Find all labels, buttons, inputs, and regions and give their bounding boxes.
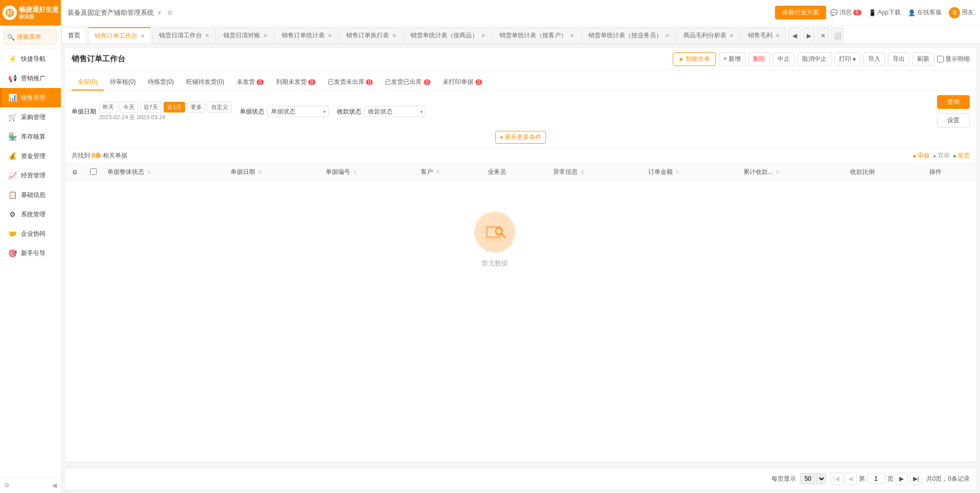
topbar-title: 装备及固定资产辅助管理系统 ▾ ⚙ [67,8,771,17]
online-service-button[interactable]: 👤 在线客服 [908,8,942,17]
sub-tab-wangpu[interactable]: 旺铺待发货(0) [180,75,231,91]
date-btn-1month[interactable]: 近1月 [164,102,185,113]
sort-date-icon[interactable]: ⇅ [258,169,262,175]
sidebar-item-guide[interactable]: 🎯 新手引导 [0,243,61,263]
delete-button[interactable]: 删除 [748,52,770,66]
sort-abnormal-icon[interactable]: ⇅ [580,169,584,175]
industry-plan-button[interactable]: 体验行业方案 [775,6,826,19]
tab-close-sales-order-stat[interactable]: ✕ [328,33,332,38]
sidebar-item-finance[interactable]: 💰 资金管理 [0,146,61,166]
tab-sales-stat-by-product[interactable]: 销货单统计表（按商品） ✕ [404,27,492,43]
search-menu-button[interactable]: 🔍 搜索菜单 [4,30,57,44]
date-btn-custom[interactable]: 自定义 [208,102,232,113]
tab-sales-stat-by-customer[interactable]: 销货单统计表（按客户） ✕ [493,27,581,43]
show-detail-input[interactable] [937,56,944,62]
tab-cash-reconcile[interactable]: 钱货日清对账 ✕ [217,27,274,43]
sub-tab-not-shipped[interactable]: 未发货 0 [231,75,270,91]
refresh-button[interactable]: 刷新 [913,52,934,66]
message-button[interactable]: 💬 消息 6 [830,8,861,17]
review-action-button[interactable]: ● 审核 [913,151,929,160]
tab-sales-order-stat[interactable]: 销售订单统计表 ✕ [275,27,338,43]
query-button[interactable]: 查询 [937,95,970,109]
sidebar-item-quick-nav[interactable]: ⚡ 快捷导航 [0,49,61,69]
page-size-select[interactable]: 50 10 20 100 [800,473,826,484]
tab-close-sales-order-workbench[interactable]: ✕ [141,33,145,39]
tab-close-all[interactable]: ✕ [817,27,829,43]
ship-action-button[interactable]: ● 发货 [953,151,970,160]
sidebar-item-enterprise[interactable]: 🤝 企业协同 [0,224,61,243]
sidebar-item-sales[interactable]: 📊 销售管理 [0,88,61,107]
topbar-settings-icon[interactable]: ⚙ [167,9,173,16]
set-button[interactable]: 设置 [937,113,970,128]
app-download-button[interactable]: 📱 App下载 [869,8,901,17]
select-all-checkbox[interactable] [90,168,97,175]
tab-sales-stat-by-staff[interactable]: 销货单统计表（按业务员） ✕ [582,27,676,43]
prev-page-button[interactable]: ◀ [845,473,857,485]
tab-close-sales-order-exec[interactable]: ✕ [392,33,396,38]
print-button[interactable]: 打印 ▾ [834,52,860,66]
tab-close-sales-stat-by-customer[interactable]: ✕ [570,33,574,38]
void-action-button[interactable]: ● 弃审 [933,151,950,160]
add-button[interactable]: + 新增 [719,52,745,66]
date-btn-more[interactable]: 更多 [187,102,206,113]
page-number-input[interactable] [867,474,885,484]
sub-tab-pending-inspect[interactable]: 待拣货(0) [142,75,180,91]
sidebar-item-system[interactable]: ⚙ 系统管理 [0,205,61,224]
first-page-button[interactable]: |◀ [830,473,842,485]
cancel-stop-button[interactable]: 取消中止 [797,52,831,66]
next-page-button[interactable]: ▶ [896,473,908,485]
tab-maximize[interactable]: ⬜ [831,27,844,43]
sort-amount-icon[interactable]: ⇅ [675,169,679,175]
date-btn-today[interactable]: 今天 [120,102,138,113]
last-page-button[interactable]: ▶| [910,473,922,485]
tab-sales-gross[interactable]: 销售毛利 ✕ [741,27,786,43]
tab-product-margin[interactable]: 商品毛利分析表 ✕ [677,27,740,43]
th-checkbox[interactable] [84,164,102,181]
collapse-icon[interactable]: ◀ [52,482,57,489]
date-btn-7days[interactable]: 近7天 [140,102,162,113]
tab-home[interactable]: 首页 [61,27,87,43]
show-detail-checkbox[interactable]: 显示明细 [937,55,970,63]
topbar-dropdown-icon[interactable]: ▾ [158,9,161,16]
tab-close-sales-gross[interactable]: ✕ [776,33,780,38]
import-button[interactable]: 导入 [863,52,885,66]
tab-close-product-margin[interactable]: ✕ [730,33,734,38]
horizontal-scrollbar[interactable] [65,462,976,468]
date-btn-yesterday[interactable]: 昨天 [99,102,118,113]
sort-customer-icon[interactable]: ⇅ [436,169,440,175]
tab-close-sales-stat-by-product[interactable]: ✕ [481,33,485,38]
sort-number-icon[interactable]: ⇅ [353,169,357,175]
sub-tab-all[interactable]: 全部(0) [72,75,104,91]
sub-tab-shipped-out-warehouse[interactable]: 已发货已出库 0 [379,75,437,91]
sidebar-item-marketing[interactable]: 📢 营销推广 [0,69,61,88]
stop-button[interactable]: 中止 [773,52,794,66]
sidebar-item-purchase[interactable]: 🛒 采购管理 [0,107,61,127]
status-select[interactable]: 单据状态 [267,106,329,117]
sort-status-icon[interactable]: ⇅ [147,169,151,175]
payment-select[interactable]: 收款状态 [364,106,426,117]
th-settings[interactable]: ⚙ [65,164,84,181]
smart-generate-button[interactable]: ★ 智能生单 [673,52,716,66]
sub-tab-pending-review[interactable]: 待审核(0) [104,75,142,91]
export-button[interactable]: 导出 [888,52,909,66]
sub-tab-not-printed[interactable]: 未打印单据 0 [437,75,488,91]
tab-sales-order-workbench[interactable]: 销售订单工作台 ✕ [88,27,151,43]
tab-sales-order-exec[interactable]: 销售订单执行表 ✕ [339,27,403,43]
sub-tab-overdue-not-shipped[interactable]: 到期未发货 0 [270,75,322,91]
tab-close-cash-daily[interactable]: ✕ [205,33,209,38]
sidebar-item-operation[interactable]: 📈 经营管理 [0,166,61,185]
expand-filter-button[interactable]: ▾ 展开更多条件 [495,131,546,144]
sidebar-item-inventory[interactable]: 🏪 库存核算 [0,127,61,146]
sub-tab-shipped-not-warehouse[interactable]: 已发货未出库 0 [322,75,379,91]
tab-close-cash-reconcile[interactable]: ✕ [263,33,267,38]
tab-cash-daily[interactable]: 钱货日清工作台 ✕ [152,27,216,43]
user-button[interactable]: 友 用友 [949,7,974,18]
filter-row-1: 单据日期 昨天 今天 近7天 近1月 更多 自定义 2023-02-24 至 2… [72,95,970,128]
tab-overflow-next[interactable]: ▶ [803,27,815,43]
tab-close-sales-stat-by-staff[interactable]: ✕ [665,33,669,38]
settings-icon[interactable]: ⚙ [4,482,10,489]
sidebar-item-basic[interactable]: 📋 基础信息 [0,185,61,205]
sort-collected-icon[interactable]: ⇅ [776,169,780,175]
tab-overflow-prev[interactable]: ◀ [788,27,801,43]
page-title: 销售订单工作台 [72,54,125,64]
